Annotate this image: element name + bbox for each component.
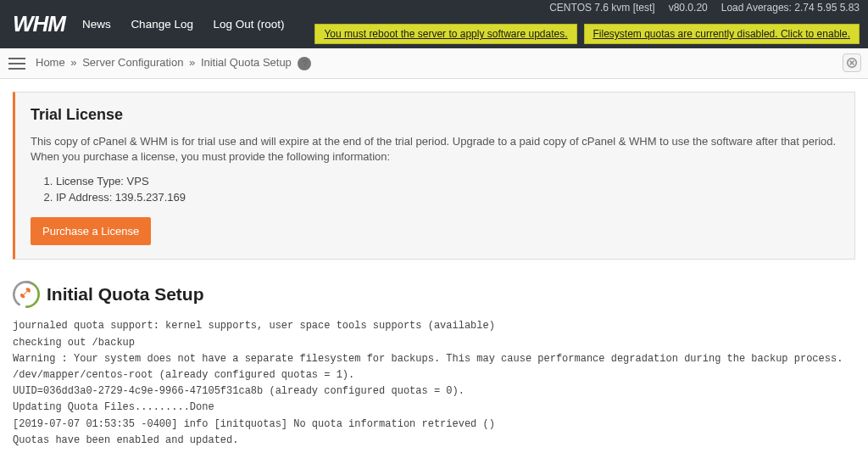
nav-news[interactable]: News [82, 18, 111, 31]
system-info: CENTOS 7.6 kvm [test] v80.0.20 Load Aver… [549, 2, 860, 14]
alert-quota[interactable]: Filesystem quotas are currently disabled… [584, 24, 860, 44]
breadcrumb-section[interactable]: Server Configuration [82, 56, 183, 69]
nav-changelog[interactable]: Change Log [131, 18, 193, 31]
whm-logo: WHM [8, 11, 65, 37]
help-icon[interactable]: ? [298, 57, 311, 70]
content-area: Trial License This copy of cPanel & WHM … [0, 79, 868, 453]
nav-logout[interactable]: Log Out (root) [214, 18, 285, 31]
trial-license-box: Trial License This copy of cPanel & WHM … [13, 92, 855, 260]
trial-ip-address: IP Address: 139.5.237.169 [56, 191, 839, 204]
quota-output: journaled quota support: kernel supports… [13, 318, 855, 453]
alert-bar: You must reboot the server to apply soft… [314, 24, 860, 44]
alert-reboot[interactable]: You must reboot the server to apply soft… [314, 24, 576, 44]
menu-toggle-icon[interactable] [8, 58, 25, 70]
top-nav: News Change Log Log Out (root) [82, 18, 302, 31]
trial-body: This copy of cPanel & WHM is for trial u… [31, 134, 839, 165]
breadcrumb: Home » Server Configuration » Initial Qu… [36, 56, 311, 70]
wrench-icon [13, 281, 40, 308]
page-title: Initial Quota Setup [47, 284, 204, 305]
trial-license-type: License Type: VPS [56, 175, 839, 187]
close-panel-icon[interactable] [843, 53, 861, 72]
trial-info-list: License Type: VPS IP Address: 139.5.237.… [56, 175, 839, 204]
purchase-license-button[interactable]: Purchase a License [31, 217, 151, 245]
load-info: Load Averages: 2.74 5.95 5.83 [721, 2, 860, 14]
top-bar: WHM News Change Log Log Out (root) CENTO… [0, 0, 868, 48]
breadcrumb-current: Initial Quota Setup [201, 56, 292, 69]
os-info: CENTOS 7.6 kvm [test] [549, 2, 654, 14]
page-title-row: Initial Quota Setup [13, 281, 855, 308]
breadcrumb-home[interactable]: Home [36, 56, 65, 69]
version-info: v80.0.20 [669, 2, 708, 14]
breadcrumb-row: Home » Server Configuration » Initial Qu… [0, 48, 868, 79]
trial-heading: Trial License [31, 106, 839, 124]
